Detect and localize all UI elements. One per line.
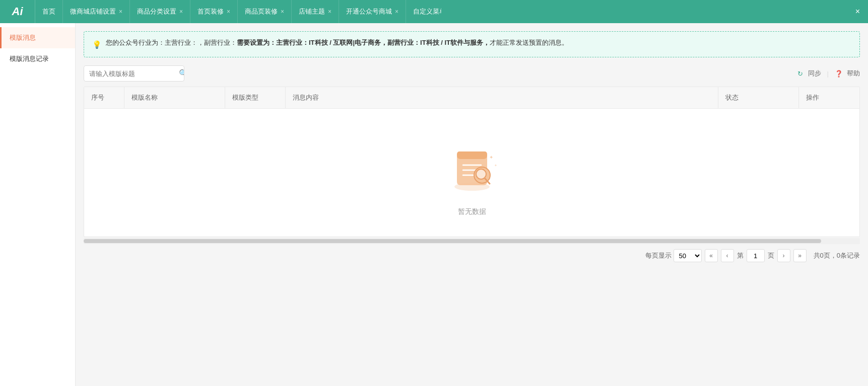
- nav-tab-home[interactable]: 首页: [35, 0, 63, 23]
- sidebar-items: 模版消息模版消息记录: [0, 27, 75, 69]
- sidebar: 模版消息模版消息记录: [0, 23, 76, 386]
- nav-tab-shop-settings[interactable]: 微商城店铺设置×: [63, 0, 130, 23]
- top-nav-bar: Ai 首页微商城店铺设置×商品分类设置×首页装修×商品页装修×店铺主题×开通公众…: [0, 0, 868, 23]
- current-page-input[interactable]: [747, 249, 765, 262]
- pagination: 每页显示 50 10 20 100 « ‹ 第 页 › » 共0页，0条记录: [84, 244, 860, 267]
- nav-tab-custom-menu[interactable]: 自定义菜单×: [406, 0, 441, 23]
- table-header-type: 模版类型: [225, 87, 286, 108]
- table-header-name: 模版名称: [124, 87, 225, 108]
- help-button[interactable]: 帮助: [847, 69, 860, 78]
- toolbar-divider: |: [827, 70, 829, 78]
- nav-tab-product-decor[interactable]: 商品页装修×: [238, 0, 292, 23]
- nav-tab-open-mall[interactable]: 开通公众号商城×: [339, 0, 406, 23]
- nav-tab-homepage-decor[interactable]: 首页装修×: [190, 0, 238, 23]
- lamp-icon: 💡: [92, 39, 102, 51]
- main-layout: 模版消息模版消息记录 💡 您的公众号行业为：主营行业：，副营行业：需要设置为：主…: [0, 23, 868, 386]
- svg-text:✦: ✦: [489, 155, 493, 160]
- empty-text: 暂无数据: [458, 207, 486, 216]
- empty-icon: ✦ ✦: [442, 139, 502, 199]
- table-header-status: 状态: [718, 87, 799, 108]
- first-page-button[interactable]: «: [705, 249, 718, 262]
- sync-button[interactable]: 同步: [808, 69, 821, 78]
- search-box: 🔍: [84, 65, 184, 82]
- table-container: 序号模版名称模版类型消息内容状态操作: [84, 87, 860, 237]
- page-total: 共0页，0条记录: [814, 251, 860, 260]
- table-header-index: 序号: [84, 87, 124, 108]
- nav-tabs: 首页微商城店铺设置×商品分类设置×首页装修×商品页装修×店铺主题×开通公众号商城…: [35, 0, 441, 23]
- sidebar-item-template-message[interactable]: 模版消息: [0, 27, 75, 48]
- toolbar-right: ↻ 同步 | ❓ 帮助: [797, 69, 860, 78]
- page-size-select[interactable]: 50 10 20 100: [674, 249, 702, 262]
- sidebar-item-template-message-log[interactable]: 模版消息记录: [0, 48, 75, 69]
- nav-tab-shop-theme[interactable]: 店铺主题×: [292, 0, 339, 23]
- table-header: 序号模版名称模版类型消息内容状态操作: [84, 87, 859, 109]
- sync-icon: ↻: [797, 70, 803, 78]
- close-all-button[interactable]: ×: [847, 0, 868, 23]
- scrollbar-thumb: [84, 239, 821, 243]
- tab-close-shop-settings[interactable]: ×: [119, 8, 122, 15]
- content-area: 💡 您的公众号行业为：主营行业：，副营行业：需要设置为：主营行业：IT科技 / …: [76, 23, 868, 386]
- horizontal-scrollbar[interactable]: [84, 238, 860, 244]
- svg-text:✦: ✦: [494, 164, 497, 167]
- table-header-content: 消息内容: [286, 87, 718, 108]
- tab-close-product-decor[interactable]: ×: [281, 8, 284, 15]
- page-prefix: 第: [737, 251, 744, 260]
- tab-close-category-settings[interactable]: ×: [179, 8, 183, 15]
- next-page-button[interactable]: ›: [777, 249, 790, 262]
- tab-close-homepage-decor[interactable]: ×: [227, 8, 230, 15]
- help-icon: ❓: [835, 70, 843, 78]
- nav-tab-category-settings[interactable]: 商品分类设置×: [130, 0, 190, 23]
- page-suffix: 页: [768, 251, 774, 260]
- empty-state: ✦ ✦ 暂无数据: [84, 109, 859, 237]
- page-size-label: 每页显示: [645, 251, 672, 260]
- app-logo: Ai: [0, 0, 35, 23]
- page-size-wrap: 每页显示 50 10 20 100: [645, 249, 702, 262]
- prev-page-button[interactable]: ‹: [721, 249, 734, 262]
- toolbar: 🔍 ↻ 同步 | ❓ 帮助: [84, 65, 860, 82]
- notice-banner: 💡 您的公众号行业为：主营行业：，副营行业：需要设置为：主营行业：IT科技 / …: [84, 31, 860, 57]
- notice-text: 您的公众号行业为：主营行业：，副营行业：需要设置为：主营行业：IT科技 / 互联…: [106, 38, 568, 48]
- last-page-button[interactable]: »: [793, 249, 807, 262]
- search-input[interactable]: [84, 70, 179, 78]
- tab-close-shop-theme[interactable]: ×: [328, 8, 331, 15]
- search-button[interactable]: 🔍: [179, 65, 184, 82]
- tab-close-open-mall[interactable]: ×: [395, 8, 398, 15]
- table-header-action: 操作: [799, 87, 859, 108]
